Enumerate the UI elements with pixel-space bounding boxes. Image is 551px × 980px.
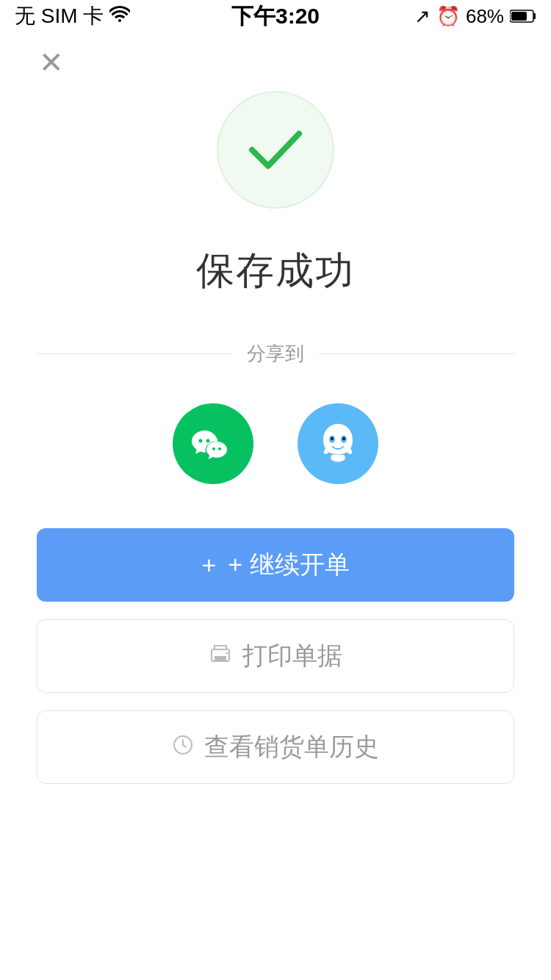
share-section: 分享到 xyxy=(0,341,551,484)
wechat-share-button[interactable] xyxy=(173,403,253,484)
divider-right xyxy=(319,353,514,354)
svg-point-14 xyxy=(226,652,228,654)
continue-button[interactable]: + + 继续开单 xyxy=(37,528,514,602)
battery-text: 68% xyxy=(466,5,504,28)
print-label: 打印单据 xyxy=(242,639,342,673)
continue-label: + 继续开单 xyxy=(228,548,349,582)
svg-rect-13 xyxy=(215,656,226,662)
svg-point-10 xyxy=(331,437,334,441)
no-sim-text: 无 SIM 卡 xyxy=(15,2,104,30)
status-left: 无 SIM 卡 xyxy=(15,2,130,30)
svg-point-7 xyxy=(218,447,221,450)
history-button[interactable]: 查看销货单历史 xyxy=(37,710,514,784)
share-icons-row xyxy=(173,403,378,484)
share-divider: 分享到 xyxy=(0,341,551,367)
share-label: 分享到 xyxy=(232,341,319,367)
plus-icon: + xyxy=(201,552,216,577)
qq-share-button[interactable] xyxy=(298,403,378,484)
divider-left xyxy=(37,353,232,354)
close-icon: ✕ xyxy=(39,48,64,77)
action-buttons: + + 继续开单 打印单据 查看销货单历 xyxy=(0,528,551,784)
svg-rect-1 xyxy=(533,13,536,19)
print-icon xyxy=(209,642,232,671)
status-bar: 无 SIM 卡 下午3:20 ↗ ⏰ 68% xyxy=(0,0,551,32)
status-time: 下午3:20 xyxy=(231,1,320,32)
print-button[interactable]: 打印单据 xyxy=(37,619,514,693)
svg-point-6 xyxy=(212,447,215,450)
history-icon xyxy=(172,733,194,762)
svg-point-4 xyxy=(199,439,203,443)
svg-point-5 xyxy=(206,439,210,443)
alarm-icon: ⏰ xyxy=(436,5,460,28)
svg-rect-2 xyxy=(511,12,527,21)
close-button[interactable]: ✕ xyxy=(29,40,73,84)
checkmark-icon xyxy=(246,128,305,172)
battery-icon xyxy=(510,5,536,28)
svg-point-11 xyxy=(342,437,345,441)
status-right: ↗ ⏰ 68% xyxy=(414,5,536,28)
history-label: 查看销货单历史 xyxy=(204,730,379,764)
success-title: 保存成功 xyxy=(196,245,355,297)
location-icon: ↗ xyxy=(414,5,431,28)
main-content: 保存成功 分享到 xyxy=(0,32,551,784)
success-circle xyxy=(217,91,334,209)
wifi-icon xyxy=(109,6,130,26)
